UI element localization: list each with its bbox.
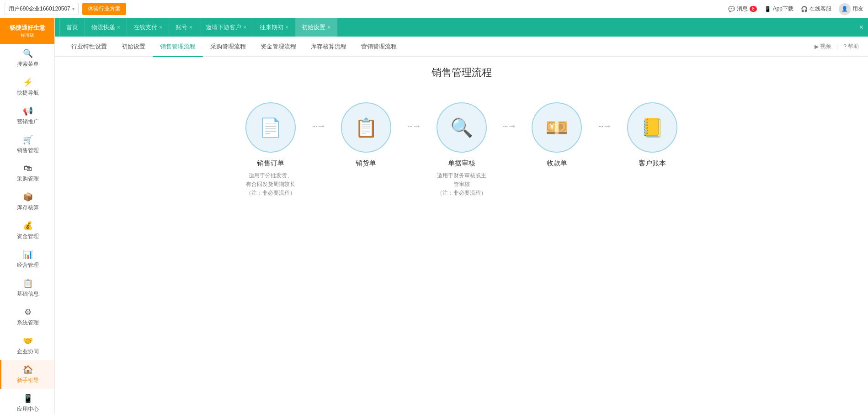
sidebar: 畅捷通好生意 标准版 🔍搜索菜单⚡快捷导航📢营销推广🛒销售管理🛍采购管理📦库存核… [0, 18, 55, 414]
flow-step-doc_review[interactable]: 🔍 单据审核 适用于财务审核或主管审核（注：非必要流程） [421, 102, 503, 198]
tab-close-icon[interactable]: × [189, 24, 192, 31]
help-action[interactable]: ? 帮助 [843, 42, 859, 50]
sidebar-item-purchase[interactable]: 🛍采购管理 [0, 159, 54, 187]
flow-icon-sales_invoice: 📋 [341, 102, 391, 153]
tab-label: 首页 [66, 23, 78, 32]
tab-label: 邀请下游客户 [206, 23, 241, 32]
flow-name-sales_invoice: 销货单 [356, 159, 376, 168]
flow-step-customer_ledger[interactable]: 📒 客户账本 [611, 102, 693, 171]
sidebar-item-sales[interactable]: 🛒销售管理 [0, 130, 54, 159]
tab-invite[interactable]: 邀请下游客户 × [199, 18, 253, 37]
play-icon: ▶ [815, 43, 819, 50]
flow-arrow-4: ···→ [598, 121, 611, 131]
flow-icon-receipt: 💴 [532, 102, 582, 153]
page-content: 销售管理流程 📄 销售订单 适用于分批发货、有合同发货周期较长（注：非必要流程）… [55, 57, 868, 414]
sidebar-item-basic[interactable]: 📋基础信息 [0, 274, 54, 303]
sidebar-item-search[interactable]: 🔍搜索菜单 [0, 44, 54, 73]
sub-tab-purchase_flow[interactable]: 采购管理流程 [203, 37, 253, 57]
help-icon: ? [843, 43, 847, 50]
user-selector[interactable]: 用户690企业1660120507 ▾ [5, 3, 79, 15]
sidebar-item-inventory[interactable]: 📦库存核算 [0, 187, 54, 216]
tab-close-icon[interactable]: × [285, 24, 288, 31]
tab-nav: 首页物流快递 ×在线支付 ×账号 ×邀请下游客户 ×往来期初 ×初始设置 ×× [55, 18, 868, 37]
tab-close-icon[interactable]: × [243, 24, 246, 31]
purchase-icon: 🛍 [24, 164, 32, 173]
tab-payment[interactable]: 在线支付 × [127, 18, 169, 37]
operations-icon: 📊 [23, 249, 33, 260]
service-action[interactable]: 🎧 在线客服 [801, 5, 831, 13]
sidebar-item-system[interactable]: ⚙系统管理 [0, 303, 54, 331]
message-label: 消息 [737, 5, 748, 13]
flow-name-customer_ledger: 客户账本 [639, 159, 666, 168]
flow-step-receipt[interactable]: 💴 收款单 [516, 102, 598, 171]
flow-step-sales_invoice[interactable]: 📋 销货单 [325, 102, 407, 171]
appstore-icon: 📱 [23, 393, 33, 403]
flow-container: 📄 销售订单 适用于分批发货、有合同发货周期较长（注：非必要流程） ···→ 📋… [64, 102, 859, 198]
flow-icon-customer_ledger: 📒 [627, 102, 677, 153]
sidebar-item-label: 企业协同 [17, 348, 39, 356]
flow-arrow-2: ···→ [407, 121, 421, 131]
sidebar-item-label: 系统管理 [17, 319, 39, 327]
user-action[interactable]: 👤 用友 [839, 3, 863, 15]
tab-label: 在线支付 [133, 23, 157, 32]
sidebar-item-label: 快捷导航 [17, 89, 39, 97]
sidebar-item-cooperation[interactable]: 🤝企业协同 [0, 331, 54, 360]
phone-icon: 📱 [764, 6, 771, 12]
flow-step-sales_order[interactable]: 📄 销售订单 适用于分批发货、有合同发货周期较长（注：非必要流程） [229, 102, 312, 198]
video-action[interactable]: ▶ 视频 [815, 42, 831, 50]
tab-label: 初始设置 [302, 23, 325, 32]
flow-name-doc_review: 单据审核 [448, 159, 475, 168]
sales-icon: 🛒 [23, 135, 33, 145]
sub-tab-init[interactable]: 初始设置 [114, 37, 153, 57]
service-label: 在线客服 [809, 5, 831, 13]
sub-tab-marketing_flow[interactable]: 营销管理流程 [354, 37, 404, 57]
flow-icon-doc_review: 🔍 [437, 102, 487, 153]
help-label: 帮助 [848, 42, 859, 50]
trial-btn[interactable]: 体验行业方案 [82, 3, 126, 15]
app-label: App下载 [773, 5, 793, 13]
logo-line2: 标准版 [21, 32, 34, 38]
sidebar-item-quicknav[interactable]: ⚡快捷导航 [0, 73, 54, 101]
logo-area: 畅捷通好生意 标准版 [0, 18, 54, 44]
page-title: 销售管理流程 [64, 66, 859, 80]
user-label: 用户690企业1660120507 [9, 5, 70, 13]
tab-label: 往来期初 [260, 23, 283, 32]
sub-tab-inventory_flow[interactable]: 库存核算流程 [304, 37, 354, 57]
sidebar-item-marketing_promo[interactable]: 📢营销推广 [0, 101, 54, 130]
sidebar-item-label: 新手引导 [17, 377, 39, 384]
tab-init_settings[interactable]: 初始设置 × [295, 18, 337, 37]
message-badge: 6 [750, 6, 757, 12]
tab-period[interactable]: 往来期初 × [253, 18, 295, 37]
tab-nav-close-icon[interactable]: × [859, 23, 863, 32]
sub-tab-sales_flow[interactable]: 销售管理流程 [153, 37, 203, 57]
tab-close-icon[interactable]: × [327, 24, 330, 31]
tab-logistics[interactable]: 物流快递 × [85, 18, 127, 37]
sub-tab-capital_flow[interactable]: 资金管理流程 [253, 37, 304, 57]
tab-label: 账号 [176, 23, 187, 32]
app-download-action[interactable]: 📱 App下载 [764, 5, 793, 13]
sidebar-item-appstore[interactable]: 📱应用中心 [0, 389, 54, 414]
sidebar-item-operations[interactable]: 📊经营管理 [0, 245, 54, 274]
tab-label: 物流快递 [91, 23, 115, 32]
sidebar-item-label: 采购管理 [17, 175, 39, 183]
sidebar-item-finance[interactable]: 💰资金管理 [0, 216, 54, 245]
flow-name-sales_order: 销售订单 [257, 159, 284, 168]
tab-account[interactable]: 账号 × [169, 18, 199, 37]
marketing_promo-icon: 📢 [23, 106, 33, 116]
sub-tab-industry[interactable]: 行业特性设置 [64, 37, 114, 57]
sidebar-item-label: 库存核算 [17, 204, 39, 212]
quicknav-icon: ⚡ [23, 77, 33, 87]
flow-desc-sales_order: 适用于分批发货、有合同发货周期较长（注：非必要流程） [246, 171, 295, 198]
tab-close-icon[interactable]: × [117, 24, 120, 31]
sidebar-item-label: 营销推广 [17, 118, 39, 126]
tab-close-icon[interactable]: × [159, 24, 162, 31]
content-area: 首页物流快递 ×在线支付 ×账号 ×邀请下游客户 ×往来期初 ×初始设置 ×× … [55, 18, 868, 414]
tab-home[interactable]: 首页 [59, 18, 85, 37]
message-action[interactable]: 💬 消息 6 [728, 5, 757, 13]
user-name: 用友 [852, 5, 863, 13]
flow-arrow-1: ···→ [312, 121, 325, 131]
message-icon: 💬 [728, 6, 735, 12]
flow-icon-sales_order: 📄 [245, 102, 296, 153]
basic-icon: 📋 [23, 278, 33, 288]
sidebar-item-guide[interactable]: 🏠新手引导 [0, 360, 54, 389]
